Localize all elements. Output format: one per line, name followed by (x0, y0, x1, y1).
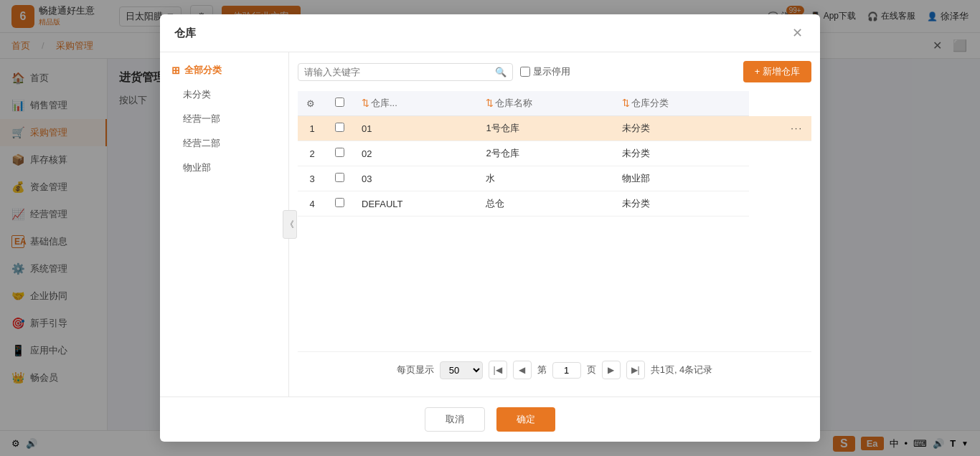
page-unit: 页 (587, 364, 596, 376)
add-warehouse-button[interactable]: + 新增仓库 (743, 61, 811, 82)
table-header-row: ⚙ ⇅仓库... ⇅仓库名称 ⇅仓库分类 (298, 91, 811, 116)
row-num: 1 (298, 116, 326, 141)
pagination: 每页显示 50 10 20 100 |◀ ◀ 第 页 ▶ ▶| 共1页, 4条记… (298, 351, 811, 388)
table-toolbar: 🔍 显示停用 + 新增仓库 (298, 61, 811, 82)
search-icon: 🔍 (495, 67, 507, 77)
table-row[interactable]: 4 DEFAULT 总仓 未分类 (298, 191, 811, 217)
col-header-check (326, 91, 353, 116)
all-categories-label: 全部分类 (184, 64, 222, 77)
row-name: 水 (477, 166, 613, 191)
category-item-property[interactable]: 物业部 (160, 156, 288, 180)
row-category: 未分类 (613, 141, 749, 166)
row-name: 总仓 (477, 191, 613, 217)
confirm-button[interactable]: 确定 (496, 407, 555, 432)
row-category: 未分类 (613, 191, 749, 217)
sort-icon-cat: ⇅ (622, 98, 630, 108)
modal-footer: 取消 确定 (160, 396, 820, 442)
row-checkbox[interactable] (335, 148, 344, 157)
category-panel: ⊞ 全部分类 未分类 经营一部 经营二部 物业部 《 (160, 52, 289, 396)
per-page-label: 每页显示 (397, 364, 434, 376)
next-page-button[interactable]: ▶ (602, 361, 621, 379)
modal-close-button[interactable]: ✕ (788, 24, 806, 42)
first-page-button[interactable]: |◀ (489, 361, 507, 379)
page-number-input[interactable] (552, 362, 581, 379)
row-name: 1号仓库 (477, 116, 613, 141)
row-code: 01 (353, 116, 477, 141)
row-num: 2 (298, 141, 326, 166)
table-row[interactable]: 2 02 2号仓库 未分类 (298, 141, 811, 166)
total-info: 共1页, 4条记录 (651, 364, 713, 376)
col-header-category: ⇅仓库分类 (613, 91, 749, 116)
sort-icon-name: ⇅ (486, 98, 494, 108)
modal-body: ⊞ 全部分类 未分类 经营一部 经营二部 物业部 《 🔍 显示停用 + 新增 (160, 52, 820, 396)
table-row[interactable]: 1 01 1号仓库 未分类 ··· (298, 116, 811, 141)
table-panel: 🔍 显示停用 + 新增仓库 ⚙ (289, 52, 820, 396)
row-actions[interactable]: ··· (749, 116, 811, 141)
sort-icon: ⇅ (362, 98, 369, 108)
row-checkbox[interactable] (335, 173, 344, 182)
show-disabled-checkbox[interactable] (520, 67, 530, 77)
row-code: 02 (353, 141, 477, 166)
row-name: 2号仓库 (477, 141, 613, 166)
search-input[interactable] (304, 67, 491, 77)
warehouse-modal: 仓库 ✕ ⊞ 全部分类 未分类 经营一部 经营二部 物业部 《 🔍 (160, 14, 820, 442)
select-all-checkbox[interactable] (335, 98, 344, 107)
row-num: 4 (298, 191, 326, 217)
col-header-name: ⇅仓库名称 (477, 91, 613, 116)
search-box: 🔍 (298, 63, 513, 81)
prev-page-button[interactable]: ◀ (513, 361, 532, 379)
row-category: 物业部 (613, 166, 749, 191)
col-header-gear: ⚙ (298, 91, 326, 116)
row-checkbox[interactable] (335, 123, 344, 132)
modal-header: 仓库 ✕ (160, 14, 820, 52)
table-body: 1 01 1号仓库 未分类 ··· 2 02 2号仓库 未分类 (298, 116, 811, 217)
category-item-ops1[interactable]: 经营一部 (160, 107, 288, 131)
category-item-ops2[interactable]: 经营二部 (160, 131, 288, 156)
col-header-code: ⇅仓库... (353, 91, 477, 116)
show-disabled-label: 显示停用 (533, 65, 570, 78)
modal-title: 仓库 (174, 27, 196, 40)
grid-icon: ⊞ (171, 65, 180, 76)
row-num: 3 (298, 166, 326, 191)
cancel-button[interactable]: 取消 (425, 407, 485, 432)
row-code: DEFAULT (353, 191, 477, 217)
table-container: ⚙ ⇅仓库... ⇅仓库名称 ⇅仓库分类 (298, 91, 811, 351)
row-code: 03 (353, 166, 477, 191)
collapse-panel-button[interactable]: 《 (283, 210, 297, 239)
row-checkbox[interactable] (335, 198, 344, 207)
table-row[interactable]: 3 03 水 物业部 (298, 166, 811, 191)
all-categories-button[interactable]: ⊞ 全部分类 (160, 58, 288, 82)
row-category: 未分类 (613, 116, 749, 141)
warehouse-table: ⚙ ⇅仓库... ⇅仓库名称 ⇅仓库分类 (298, 91, 811, 217)
page-label: 第 (537, 364, 547, 376)
show-disabled-toggle: 显示停用 (520, 65, 570, 78)
category-item-uncategorized[interactable]: 未分类 (160, 82, 288, 107)
per-page-select[interactable]: 50 10 20 100 (440, 361, 483, 379)
last-page-button[interactable]: ▶| (626, 361, 645, 379)
